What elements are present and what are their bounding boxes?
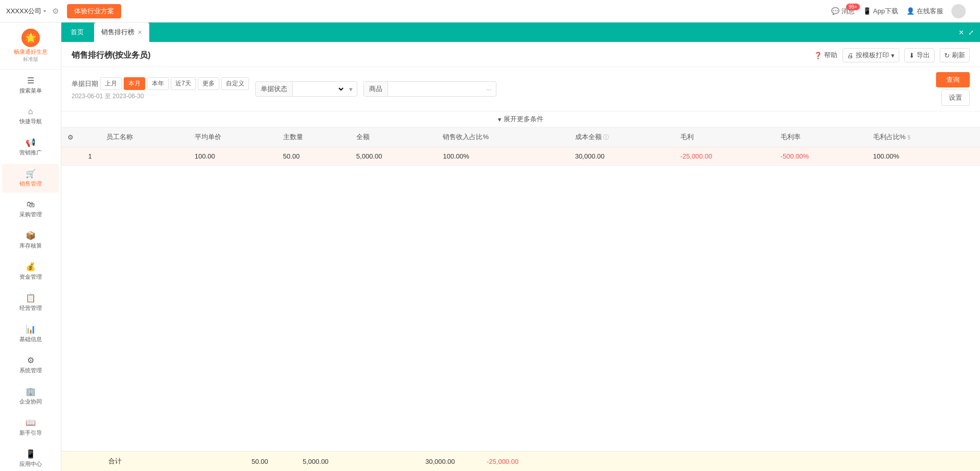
goods-filter-label: 商品 — [364, 82, 388, 96]
status-select[interactable] — [293, 82, 345, 96]
date-btn-this-year[interactable]: 本年 — [147, 77, 169, 90]
tab-maximize-icon[interactable]: ⤢ — [968, 29, 974, 36]
td-avg-price: 100.00 — [189, 147, 277, 166]
help-button[interactable]: ❓ 帮助 — [814, 51, 837, 60]
export-icon: ⬇ — [909, 52, 915, 59]
goods-more-icon[interactable]: ··· — [482, 83, 496, 96]
cost-info-icon[interactable]: ⓘ — [603, 134, 609, 140]
sidebar-label-finance: 资金管理 — [19, 273, 42, 281]
th-gross: 毛利 — [674, 127, 774, 147]
home-icon: ⌂ — [28, 107, 33, 116]
td-employee — [100, 147, 189, 166]
sidebar-label-marketing: 营销推广 — [19, 149, 42, 156]
sidebar-item-guide[interactable]: 📖 新手引导 — [2, 413, 59, 442]
status-filter-group: 单据状态 ▾ — [255, 81, 357, 97]
message-button[interactable]: 💬 消息 99+ — [831, 7, 855, 16]
company-chevron-icon: ▾ — [43, 8, 46, 14]
sidebar-logo: 🌟 畅康通好生意 标准版 — [0, 23, 61, 70]
message-icon: 💬 — [831, 7, 839, 15]
system-icon: ⚙ — [27, 355, 34, 365]
status-dropdown-icon: ▾ — [345, 83, 357, 96]
footer-label — [67, 458, 108, 465]
td-gross: -25,000.00 — [674, 147, 774, 166]
company-selector[interactable]: XXXXX公司 ▾ — [6, 7, 46, 16]
th-employee: 员工名称 — [100, 127, 189, 147]
sales-ranking-table: ⚙ 员工名称 平均单价 主数量 全额 销售收入占比% 成本全额 ⓘ 毛利 毛利率… — [61, 127, 980, 166]
table-row: 1 100.00 50.00 5,000.00 100.00% 30,000.0… — [61, 147, 980, 166]
td-amount: 5,000.00 — [350, 147, 437, 166]
tab-home[interactable]: 首页 — [61, 23, 93, 42]
footer-amount: 5,000.00 — [303, 458, 364, 465]
th-sales-ratio: 销售收入占比% — [437, 127, 568, 147]
tab-sales-ranking[interactable]: 销售排行榜 ✕ — [94, 23, 149, 42]
search-order-icon: ☰ — [27, 76, 34, 85]
tab-close-all-icon[interactable]: ✕ — [959, 29, 964, 36]
expand-label: 展开更多条件 — [504, 115, 543, 124]
page-actions: ❓ 帮助 🖨 按模板打印 ▾ ⬇ 导出 ↻ 刷新 — [814, 48, 970, 62]
date-btn-7days[interactable]: 近7天 — [171, 77, 196, 90]
sidebar-item-sales[interactable]: 🛒 销售管理 — [2, 164, 59, 193]
td-cost: 30,000.00 — [569, 147, 674, 166]
date-buttons: 上月 本月 本年 近7天 更多 自定义 — [100, 77, 249, 90]
date-btn-more[interactable]: 更多 — [198, 77, 219, 90]
tab-label: 销售排行榜 — [101, 28, 134, 37]
print-button[interactable]: 🖨 按模板打印 ▾ — [842, 48, 899, 62]
date-btn-last-month[interactable]: 上月 — [100, 77, 122, 90]
sidebar-label-search: 搜索菜单 — [19, 87, 42, 95]
online-service-button[interactable]: 👤 在线客服 — [906, 7, 943, 16]
page-content: 销售排行榜(按业务员) ❓ 帮助 🖨 按模板打印 ▾ ⬇ 导出 — [61, 42, 980, 471]
settings-button[interactable]: 设置 — [941, 89, 970, 106]
goods-input[interactable] — [388, 83, 482, 96]
th-amount: 全额 — [350, 127, 437, 147]
sidebar-item-purchase[interactable]: 🛍 采购管理 — [2, 195, 59, 223]
sidebar-label-inventory: 库存核算 — [19, 242, 42, 250]
gross-ratio-info-icon[interactable]: § — [907, 134, 910, 140]
basic-info-icon: 📊 — [26, 324, 36, 334]
sidebar-label-quick: 快捷导航 — [19, 118, 42, 125]
sidebar-label-apps: 应用中心 — [19, 460, 42, 468]
topbar-settings-icon[interactable]: ⚙ — [52, 7, 59, 16]
status-filter-label: 单据状态 — [256, 82, 293, 96]
message-badge: 99+ — [846, 4, 860, 10]
th-gross-rate: 毛利率 — [774, 127, 867, 147]
app-download-button[interactable]: 📱 App下载 — [863, 7, 898, 16]
export-button[interactable]: ⬇ 导出 — [904, 48, 935, 62]
date-btn-this-month[interactable]: 本月 — [124, 77, 145, 90]
sidebar-label-basic: 基础信息 — [19, 335, 42, 343]
main-layout: 🌟 畅康通好生意 标准版 ☰ 搜索菜单 ⌂ 快捷导航 📢 营销推广 🛒 销售管理… — [0, 23, 980, 471]
td-main-qty: 50.00 — [277, 147, 350, 166]
expand-more-button[interactable]: ▾ 展开更多条件 — [498, 115, 543, 124]
th-settings[interactable]: ⚙ — [61, 127, 80, 147]
sidebar-item-finance[interactable]: 💰 资金管理 — [2, 257, 59, 286]
query-button[interactable]: 查询 — [936, 72, 970, 87]
sidebar-item-marketing[interactable]: 📢 营销推广 — [2, 132, 59, 162]
footer-cost: 30,000.00 — [425, 458, 487, 465]
goods-filter-group: 商品 ··· — [363, 81, 496, 97]
sidebar-item-basic-info[interactable]: 📊 基础信息 — [2, 319, 59, 348]
date-btn-custom[interactable]: 自定义 — [221, 77, 249, 90]
filter-right-buttons: 查询 设置 — [936, 72, 970, 106]
sidebar-item-system[interactable]: ⚙ 系统管理 — [2, 350, 59, 379]
tab-close-icon[interactable]: ✕ — [138, 29, 142, 36]
sidebar-item-inventory[interactable]: 📦 库存核算 — [2, 226, 59, 255]
avatar[interactable] — [951, 4, 966, 18]
guide-icon: 📖 — [26, 418, 36, 428]
sidebar-item-quick-nav[interactable]: ⌂ 快捷导航 — [2, 102, 59, 130]
trial-button[interactable]: 体验行业方案 — [67, 4, 121, 18]
sidebar-label-purchase: 采购管理 — [19, 211, 42, 218]
operations-icon: 📋 — [26, 293, 36, 303]
top-bar: XXXXX公司 ▾ ⚙ 体验行业方案 💬 消息 99+ 📱 App下载 👤 在线… — [0, 0, 980, 23]
th-rank — [80, 127, 100, 147]
print-arrow-icon: ▾ — [891, 52, 895, 59]
tab-bar-right: ✕ ⤢ — [959, 29, 980, 36]
expand-more-bar: ▾ 展开更多条件 — [61, 111, 980, 127]
footer-main-qty: 50.00 — [252, 458, 303, 465]
sidebar-item-apps[interactable]: 📱 应用中心 — [2, 444, 59, 471]
sidebar-item-operations[interactable]: 📋 经营管理 — [2, 288, 59, 317]
filter-bar: 单据日期 上月 本月 本年 近7天 更多 自定义 2023-06-01 至 20… — [61, 67, 980, 111]
sidebar-item-search-order[interactable]: ☰ 搜索菜单 — [2, 71, 59, 100]
sidebar-item-enterprise[interactable]: 🏢 企业协同 — [2, 382, 59, 411]
footer-summary-label: 合计 — [108, 457, 190, 466]
th-cost: 成本全额 ⓘ — [569, 127, 674, 147]
refresh-button[interactable]: ↻ 刷新 — [940, 48, 970, 62]
